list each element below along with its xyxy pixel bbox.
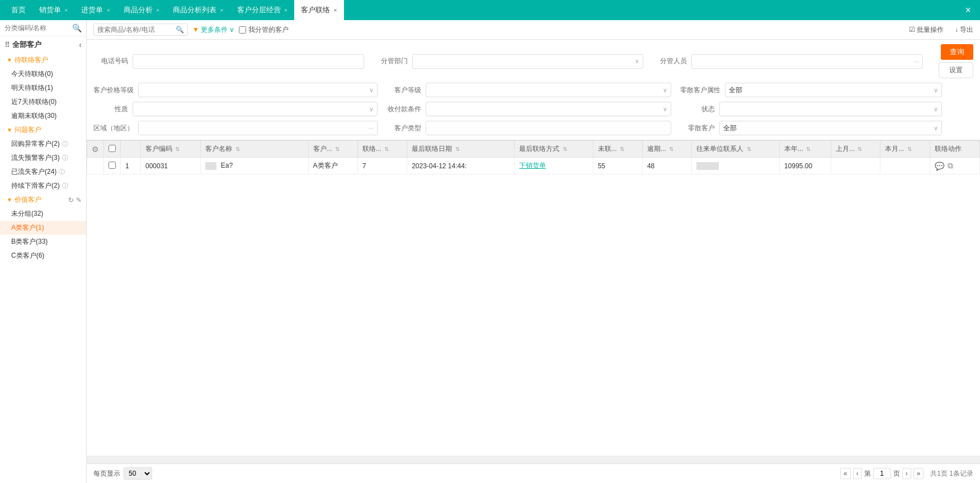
filter-phone-input[interactable] [133, 54, 364, 69]
sidebar-item-abnormal[interactable]: 回购异常客户(2) ⓘ [0, 137, 86, 151]
close-tab-sales[interactable]: × [64, 7, 68, 13]
cell-name: Ea? [201, 158, 308, 174]
query-button[interactable]: 查询 [941, 44, 973, 60]
col-last-month: 上月... ⇅ [831, 141, 880, 158]
main-search-input[interactable] [97, 26, 176, 34]
close-tab-customer-contact[interactable]: × [333, 7, 337, 13]
sidebar-search-icon[interactable]: 🔍 [72, 23, 82, 32]
top-nav: 首页 销货单 × 进货单 × 商品分析 × 商品分析列表 × 客户分层经营 × … [0, 0, 980, 20]
sidebar-item-a-class[interactable]: A类客户(1) [0, 221, 86, 235]
page-number-input[interactable] [873, 468, 891, 479]
edit-icon[interactable]: ✎ [76, 196, 82, 204]
chevron-status: ∨ [934, 106, 938, 113]
per-page-selector: 每页显示 50 100 200 [93, 467, 152, 480]
nav-item-customer-contact[interactable]: 客户联络 × [294, 0, 343, 20]
sort-icon-last-month: ⇅ [858, 146, 862, 152]
filter-payment-select[interactable]: ∨ [426, 102, 671, 116]
row-checkbox[interactable] [109, 162, 116, 169]
export-btn[interactable]: ↓ 导出 [955, 25, 973, 35]
close-tab-goods-analysis[interactable]: × [156, 7, 159, 13]
col-no-contact: 未联... ⇅ [593, 141, 642, 158]
nav-item-goods-list[interactable]: 商品分析列表 × [166, 0, 230, 20]
cell-last-method[interactable]: 下销货单 [515, 158, 593, 174]
sort-icon-no-contact: ⇅ [620, 146, 624, 152]
close-tab-goods-list[interactable]: × [220, 7, 223, 13]
sidebar-item-c-class[interactable]: C类客户(6) [0, 249, 86, 263]
close-all-tabs[interactable]: × [960, 4, 976, 16]
filter-row-4: 区域（地区） ··· 客户类型 零散客户 全部 [93, 121, 973, 135]
refresh-icon[interactable]: ↻ [68, 196, 74, 204]
batch-action-btn[interactable]: ☑ 批量操作 [909, 25, 944, 35]
per-page-select[interactable]: 50 100 200 [124, 467, 152, 480]
first-page-btn[interactable]: « [840, 468, 851, 479]
sort-icon-type: ⇅ [335, 146, 340, 152]
nav-item-goods-analysis[interactable]: 商品分析 × [117, 0, 166, 20]
cell-contact: 7 [357, 158, 407, 174]
cell-code: 000031 [141, 158, 201, 174]
sort-icon-unit: ⇅ [747, 146, 751, 152]
next-page-btn[interactable]: › [902, 468, 911, 479]
main-search-icon[interactable]: 🔍 [176, 26, 184, 34]
sidebar-section-value[interactable]: ▼ 价值客户 ↻ ✎ [0, 193, 86, 207]
filter-icon: ▼ [192, 26, 199, 34]
sidebar-item-7days[interactable]: 近7天待联络(0) [0, 95, 86, 109]
sidebar-search-input[interactable] [4, 24, 72, 32]
horizontal-scrollbar[interactable] [87, 456, 980, 463]
filter-row-1: 电话号码 分管部门 ∨ 分管人员 ··· [93, 44, 973, 78]
filter-nature-select[interactable]: ∨ [133, 102, 378, 116]
filter-manager-input[interactable]: ··· [691, 54, 923, 69]
setting-button[interactable]: 设置 [939, 62, 973, 78]
my-customers-check[interactable] [239, 26, 246, 34]
filter-status-select[interactable]: ∨ [719, 102, 942, 116]
filter-row-2: 客户价格等级 ∨ 客户等级 ∨ 零散客户属性 [93, 83, 973, 97]
filter-dept-select[interactable]: ∨ [412, 54, 644, 69]
sidebar-item-lost-warning[interactable]: 流失预警客户(3) ⓘ [0, 151, 86, 165]
nav-item-home[interactable]: 首页 [4, 0, 32, 20]
filter-cell-payment: 收付款条件 ∨ [387, 102, 680, 116]
advanced-filter: 电话号码 分管部门 ∨ 分管人员 ··· [87, 40, 980, 140]
batch-icon: ☑ [909, 26, 915, 34]
sidebar-item-unclassified[interactable]: 未分组(32) [0, 207, 86, 221]
link-action-icon[interactable]: ⧉ [948, 161, 953, 171]
chevron-payment: ∨ [663, 106, 667, 113]
col-last-method: 最后联络方式 ⇅ [515, 141, 593, 158]
col-settings: ⚙ [87, 141, 104, 158]
col-this-month: 本月... ⇅ [880, 141, 930, 158]
table-settings-icon[interactable]: ⚙ [92, 145, 99, 154]
nav-item-sales[interactable]: 销货单 × [32, 0, 74, 20]
content-area: 🔍 ▼ 更多条件 ∨ 我分管的客户 ☑ 批量操作 ↓ 导出 [87, 20, 980, 483]
last-page-btn[interactable]: » [913, 468, 924, 479]
sidebar-item-today[interactable]: 今天待联络(0) [0, 67, 86, 81]
cell-no-contact: 55 [593, 158, 642, 174]
sidebar-collapse-btn[interactable]: ‹ [79, 40, 82, 49]
filter-customer-type-input[interactable] [426, 121, 671, 135]
sort-icon-method: ⇅ [563, 146, 567, 152]
filter-region-input[interactable]: ··· [138, 121, 378, 135]
dots-manager: ··· [914, 58, 919, 65]
prev-page-btn[interactable]: ‹ [853, 468, 862, 479]
message-action-icon[interactable]: 💬 [935, 162, 944, 171]
sidebar-item-declining[interactable]: 持续下滑客户(2) ⓘ [0, 179, 86, 193]
filter-retail-select[interactable]: 全部 ∨ [719, 121, 942, 135]
filter-retail-attr-select[interactable]: 全部 ∨ [725, 83, 942, 97]
filter-price-grade-select[interactable]: ∨ [138, 83, 378, 97]
nav-item-customer-segment[interactable]: 客户分层经营 × [230, 0, 294, 20]
more-conditions-btn[interactable]: ▼ 更多条件 ∨ [192, 25, 234, 35]
cell-this-month [880, 158, 930, 174]
sort-icon-overdue: ⇅ [669, 146, 673, 152]
cell-settings [87, 158, 104, 174]
cell-this-year: 10995.00 [780, 158, 831, 174]
sidebar-section-pending[interactable]: ▼ 待联络客户 [0, 53, 86, 67]
sidebar-item-lost[interactable]: 已流失客户(24) ⓘ [0, 165, 86, 179]
sidebar-item-overdue[interactable]: 逾期未联络(30) [0, 109, 86, 123]
my-customers-checkbox[interactable]: 我分管的客户 [239, 25, 289, 35]
close-tab-customer-segment[interactable]: × [284, 7, 288, 13]
section-arrow-problem: ▼ [7, 127, 12, 133]
sidebar-item-tomorrow[interactable]: 明天待联络(1) [0, 81, 86, 95]
sidebar-item-b-class[interactable]: B类客户(33) [0, 235, 86, 249]
close-tab-purchase[interactable]: × [106, 7, 110, 13]
filter-customer-grade-select[interactable]: ∨ [426, 83, 671, 97]
select-all-checkbox[interactable] [109, 145, 116, 152]
sidebar-section-problem[interactable]: ▼ 问题客户 [0, 123, 86, 137]
nav-item-purchase[interactable]: 进货单 × [74, 0, 116, 20]
